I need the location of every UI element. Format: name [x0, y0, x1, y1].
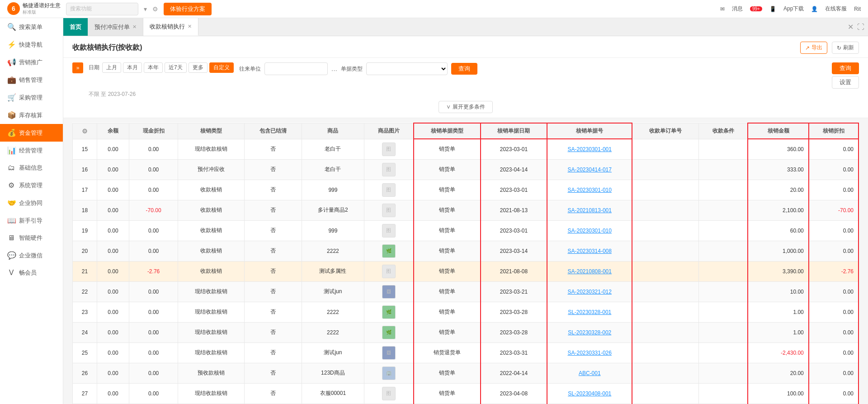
- sidebar-item-label: 系统管理: [19, 181, 42, 190]
- top-search-box[interactable]: 搜索功能: [66, 3, 138, 15]
- sidebar-item-inventory[interactable]: 📦 库存核算: [0, 106, 63, 124]
- sidebar-item-label: 快捷导航: [19, 41, 42, 49]
- receipt-type-select[interactable]: [366, 62, 448, 75]
- cell-doc-no[interactable]: SA-20230301-010: [547, 180, 632, 200]
- sidebar-item-hardware[interactable]: 🖥 智能硬件: [0, 229, 63, 247]
- cell-balance: 0.00: [97, 200, 129, 220]
- cell-discount: 0.00: [809, 322, 859, 342]
- this-month-chip[interactable]: 本月: [123, 62, 142, 73]
- cell-no: 19: [73, 220, 97, 241]
- cell-doc-no[interactable]: SL-20230408-001: [547, 383, 632, 404]
- last-7days-chip[interactable]: 近7天: [165, 62, 187, 73]
- sidebar-item-basic-info[interactable]: 🗂 基础信息: [0, 159, 63, 176]
- cell-product-img: 图: [364, 220, 413, 241]
- cell-discount: 0.00: [809, 363, 859, 383]
- cell-doc-no[interactable]: SL-20230328-001: [547, 302, 632, 322]
- from-unit-input[interactable]: [264, 62, 328, 75]
- cell-included: 否: [244, 241, 302, 261]
- table-row: 23 0.00 0.00 现结收款核销 否 2222 🌿 销货单 2023-03…: [73, 302, 859, 322]
- cell-balance: 0.00: [97, 363, 129, 383]
- sidebar-item-management[interactable]: 📊 经营管理: [0, 142, 63, 159]
- sidebar-item-vip[interactable]: V 畅会员: [0, 264, 63, 281]
- sidebar-item-label: 新手引导: [19, 217, 42, 225]
- settings-gear-icon[interactable]: ⚙: [152, 5, 158, 13]
- col-product-img: 商品图片: [364, 123, 413, 139]
- app-download-icon[interactable]: 📱: [769, 6, 776, 12]
- sidebar-item-search[interactable]: 🔍 搜索菜单: [0, 18, 63, 36]
- sidebar-item-enterprise[interactable]: 🤝 企业协同: [0, 194, 63, 212]
- top-bar: 6 畅捷通谱好生意 标准版 搜索功能 ▾ ⚙ 体验行业方案 ✉ 消息 99+ 📱…: [0, 0, 868, 18]
- table-row: 22 0.00 0.00 现结收款核销 否 测试jun 🖼 销货单 2023-0…: [73, 281, 859, 302]
- cell-balance: 0.00: [97, 281, 129, 302]
- expand-more-button[interactable]: ∨ 展开更多条件: [439, 101, 492, 113]
- sidebar-item-finance[interactable]: 💰 资金管理: [0, 124, 63, 142]
- tab-prepay[interactable]: 预付冲应付单 ✕: [88, 18, 143, 36]
- query-button-2[interactable]: 查询: [832, 62, 859, 74]
- cell-doc-no[interactable]: SL-20230328-002: [547, 322, 632, 342]
- cell-included: 否: [244, 220, 302, 241]
- basic-info-icon: 🗂: [7, 164, 15, 172]
- management-icon: 📊: [7, 146, 15, 155]
- maximize-icon[interactable]: ⛶: [857, 23, 864, 31]
- wechat-icon: 💬: [7, 251, 15, 260]
- sidebar-item-label: 营销推广: [19, 58, 42, 67]
- cell-receipt-cond: [698, 281, 748, 302]
- cell-cash-discount: -70.00: [129, 200, 178, 220]
- col-gear[interactable]: ⚙: [73, 123, 97, 139]
- sidebar-item-guide[interactable]: 📖 新手引导: [0, 212, 63, 229]
- cell-doc-no[interactable]: SA-20230314-008: [547, 241, 632, 261]
- online-service-label[interactable]: 在线客服: [825, 5, 847, 13]
- cell-product: 999: [302, 180, 364, 200]
- sidebar-item-wechat[interactable]: 💬 企业微信: [0, 247, 63, 264]
- cell-doc-date: 2023-03-01: [481, 220, 547, 241]
- column-settings-icon[interactable]: ⚙: [82, 128, 88, 135]
- export-button[interactable]: ↗ 导出: [800, 42, 827, 54]
- tab-home[interactable]: 首页: [63, 18, 88, 36]
- sidebar-item-purchase[interactable]: 🛒 采购管理: [0, 89, 63, 106]
- cell-cancel-type: 收款核销: [178, 200, 244, 220]
- query-button[interactable]: 查询: [451, 63, 477, 75]
- filter-date-group: 日期 上月 本月 本年 近7天 更多 自定义: [89, 62, 234, 73]
- cell-doc-no[interactable]: SA-20230301-001: [547, 139, 632, 159]
- cell-cash-discount: 0.00: [129, 322, 178, 342]
- cell-doc-no[interactable]: SA-20230321-012: [547, 281, 632, 302]
- last-month-chip[interactable]: 上月: [102, 62, 121, 73]
- tab-controls: ✕ ⛶: [844, 18, 868, 36]
- close-window-icon[interactable]: ✕: [848, 23, 854, 31]
- table-row: 16 0.00 0.00 预付冲应收 否 老白干 图 销货单 2023-04-1…: [73, 159, 859, 180]
- refresh-button[interactable]: ↻ 刷新: [832, 42, 859, 54]
- cell-cancel-type: 收款核销: [178, 220, 244, 241]
- sidebar-item-system[interactable]: ⚙ 系统管理: [0, 176, 63, 194]
- sidebar-item-sales[interactable]: 💼 销售管理: [0, 71, 63, 89]
- cell-doc-no[interactable]: SA-20230331-026: [547, 342, 632, 363]
- sidebar-item-marketing[interactable]: 📢 营销推广: [0, 53, 63, 71]
- hardware-icon: 🖥: [7, 234, 15, 242]
- col-receipt-order: 收款单订单号: [632, 123, 698, 139]
- cell-doc-no[interactable]: SA-20210808-001: [547, 261, 632, 281]
- sidebar-item-shortcuts[interactable]: ⚡ 快捷导航: [0, 36, 63, 53]
- app-download-label[interactable]: App下载: [783, 5, 804, 13]
- table-row: 15 0.00 0.00 现结收款核销 否 老白干 图 销货单 2023-03-…: [73, 139, 859, 159]
- cell-product-img: 图: [364, 261, 413, 281]
- search-dropdown-icon[interactable]: ▾: [144, 5, 147, 13]
- cell-balance: 0.00: [97, 241, 129, 261]
- cell-doc-no[interactable]: SA-20230414-017: [547, 159, 632, 180]
- industry-solution-button[interactable]: 体验行业方案: [164, 3, 212, 15]
- custom-chip[interactable]: 自定义: [209, 62, 234, 73]
- settings-button[interactable]: 设置: [832, 76, 859, 89]
- prepay-tab-close-icon[interactable]: ✕: [132, 24, 137, 30]
- cell-doc-no[interactable]: ABC-001: [547, 363, 632, 383]
- more-chip[interactable]: 更多: [189, 62, 208, 73]
- online-service-icon[interactable]: 👤: [811, 6, 818, 12]
- filter-expand-button[interactable]: »: [72, 62, 83, 73]
- cell-receipt-order: [632, 261, 698, 281]
- this-year-chip[interactable]: 本年: [144, 62, 163, 73]
- cell-doc-no[interactable]: SA-20230301-010: [547, 220, 632, 241]
- logo-badge: 标准版: [23, 9, 61, 15]
- receipt-cancel-tab-close-icon[interactable]: ✕: [188, 24, 192, 29]
- cell-amount: 333.00: [748, 159, 808, 180]
- cell-doc-no[interactable]: SA-20210813-001: [547, 200, 632, 220]
- tab-receipt-cancel[interactable]: 收款核销执行 ✕: [143, 18, 198, 36]
- message-icon[interactable]: ✉: [720, 6, 725, 12]
- cell-amount: -2,430.00: [748, 342, 808, 363]
